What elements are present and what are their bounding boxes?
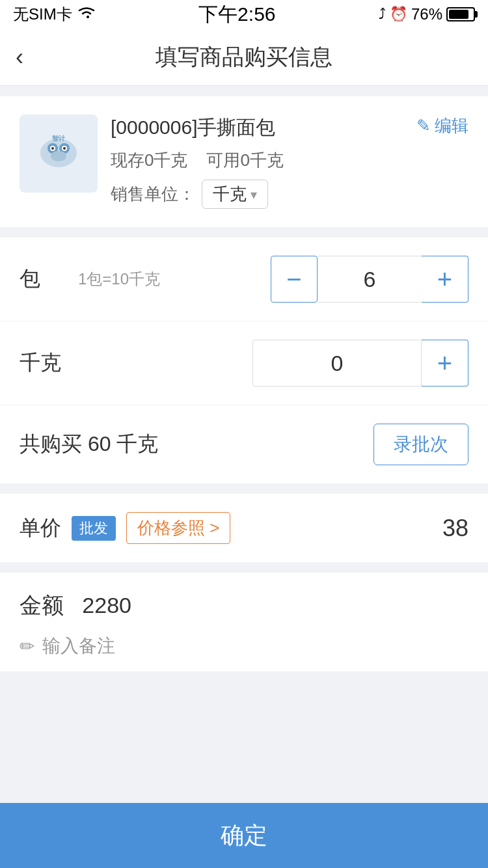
price-reference-button[interactable]: 价格参照 >	[126, 512, 230, 544]
product-unit: 销售单位： 千克 ▾	[111, 180, 468, 209]
status-left: 无SIM卡	[13, 4, 96, 25]
carrier-text: 无SIM卡	[13, 4, 72, 25]
amount-section: 金额 2280 ✏ 输入备注	[0, 573, 488, 671]
quantity-section: 包 1包=10千克 − + 千克 + 共购买 60 千克 录批次	[0, 237, 488, 483]
kilogram-row: 千克 +	[0, 321, 488, 405]
price-label: 单价	[20, 514, 61, 543]
amount-row: 金额 2280	[20, 591, 468, 621]
remark-row[interactable]: ✏ 输入备注	[20, 634, 468, 658]
package-row: 包 1包=10千克 − +	[0, 237, 488, 321]
total-row: 共购买 60 千克 录批次	[0, 405, 488, 483]
svg-point-6	[63, 147, 66, 150]
confirm-bar[interactable]: 确定	[0, 803, 488, 868]
amount-value: 2280	[82, 593, 131, 617]
product-stock: 现存0千克 可用0千克	[111, 149, 468, 172]
svg-text:智计: 智计	[51, 135, 66, 142]
back-button[interactable]: ‹	[16, 44, 23, 71]
package-decrement-button[interactable]: −	[271, 256, 318, 303]
battery-icon	[446, 7, 475, 21]
price-section: 单价 批发 价格参照 > 38	[0, 494, 488, 562]
svg-point-5	[51, 147, 54, 150]
product-name: [0000006]手撕面包	[111, 115, 468, 141]
total-text: 共购买 60 千克	[20, 430, 158, 459]
price-tag: 批发	[72, 516, 116, 541]
dropdown-icon: ▾	[251, 187, 257, 202]
status-bar: 无SIM卡 下午2:56 ⤴ ⏰ 76%	[0, 0, 488, 29]
wifi-icon	[77, 5, 96, 23]
nav-title: 填写商品购买信息	[156, 42, 332, 72]
product-card: 智计 [0000006]手撕面包 现存0千克 可用0千克 销售单位： 千克 ▾ …	[0, 96, 488, 227]
package-sublabel: 1包=10千克	[78, 269, 271, 290]
kilogram-quantity-control: +	[252, 340, 468, 387]
location-icon: ⤴	[379, 6, 386, 23]
battery-percent: 76%	[411, 5, 442, 23]
amount-label: 金额	[20, 593, 64, 617]
spacer	[0, 671, 488, 802]
price-value: 38	[442, 515, 468, 542]
kilogram-increment-button[interactable]: +	[422, 340, 468, 387]
confirm-text: 确定	[221, 820, 267, 852]
svg-point-7	[51, 151, 66, 161]
kilogram-quantity-input[interactable]	[252, 340, 422, 387]
kilogram-label: 千克	[20, 349, 72, 377]
product-info: [0000006]手撕面包 现存0千克 可用0千克 销售单位： 千克 ▾	[111, 115, 468, 209]
package-label: 包	[20, 265, 72, 293]
unit-select[interactable]: 千克 ▾	[202, 180, 268, 209]
package-quantity-control: − +	[271, 256, 468, 303]
alarm-icon: ⏰	[390, 6, 407, 23]
price-row: 单价 批发 价格参照 > 38	[20, 512, 468, 544]
edit-button[interactable]: ✎ 编辑	[416, 115, 468, 137]
time-text: 下午2:56	[198, 1, 275, 28]
nav-bar: ‹ 填写商品购买信息	[0, 29, 488, 86]
pencil-icon: ✏	[20, 636, 34, 657]
status-right: ⤴ ⏰ 76%	[379, 5, 475, 23]
remark-placeholder: 输入备注	[42, 634, 115, 658]
edit-icon: ✎	[416, 116, 431, 136]
batch-button[interactable]: 录批次	[373, 424, 468, 465]
product-image: 智计	[20, 115, 98, 193]
product-logo: 智计	[36, 130, 81, 177]
package-quantity-input[interactable]	[318, 256, 422, 303]
package-increment-button[interactable]: +	[422, 256, 468, 303]
